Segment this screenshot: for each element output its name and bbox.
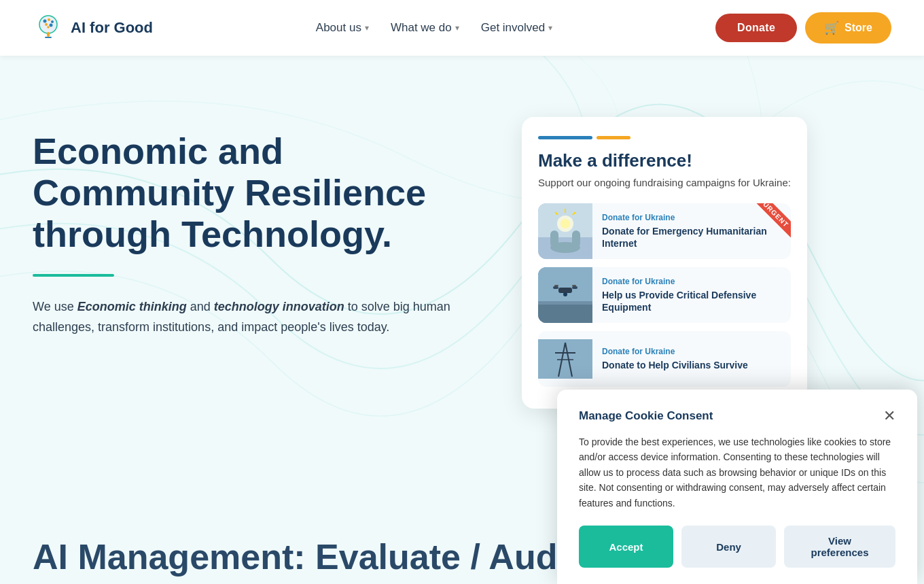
nav-get-involved[interactable]: Get involved ▾: [481, 21, 553, 35]
logo-icon: [33, 12, 64, 44]
svg-point-3: [51, 20, 54, 23]
svg-rect-8: [45, 37, 52, 38]
nav-actions: Donate 🛒 Store: [715, 12, 891, 44]
hero-divider: [33, 274, 114, 277]
campaign-thumb-2: [538, 267, 592, 323]
urgent-ribbon: URGENT: [750, 203, 791, 244]
navbar: AI for Good About us ▾ What we do ▾ Get …: [0, 0, 924, 56]
svg-rect-21: [538, 305, 592, 323]
bar-blue: [538, 136, 592, 139]
campaign-thumb-3: [538, 339, 592, 379]
svg-point-4: [45, 23, 48, 26]
cookie-actions: Accept Deny View preferences: [579, 526, 895, 568]
svg-rect-12: [550, 230, 558, 247]
store-button[interactable]: 🛒 Store: [805, 12, 891, 44]
cookie-body: To provide the best experiences, we use …: [579, 434, 895, 511]
donate-button[interactable]: Donate: [715, 14, 797, 42]
svg-point-6: [47, 26, 50, 29]
svg-point-2: [48, 18, 50, 21]
logo-text: AI for Good: [71, 19, 153, 37]
svg-rect-22: [558, 288, 572, 293]
chevron-down-icon: ▾: [455, 23, 459, 33]
campaign-card-2[interactable]: Donate for Ukraine Help us Provide Criti…: [538, 267, 791, 323]
panel-bars: [538, 136, 791, 139]
accept-button[interactable]: Accept: [579, 526, 673, 568]
view-preferences-button[interactable]: View preferences: [784, 526, 895, 568]
panel-title: Make a difference!: [538, 150, 791, 171]
nav-links: About us ▾ What we do ▾ Get involved ▾: [316, 21, 552, 35]
store-icon: 🛒: [824, 20, 839, 35]
logo[interactable]: AI for Good: [33, 12, 153, 44]
campaign-title-2: Help us Provide Critical Defensive Equip…: [602, 289, 781, 313]
campaign-info-2: Donate for Ukraine Help us Provide Criti…: [592, 270, 791, 320]
side-panel: Make a difference! Support our ongoing f…: [522, 117, 807, 409]
campaign-card-1[interactable]: Donate for Ukraine Donate for Emergency …: [538, 203, 791, 259]
bar-yellow: [597, 136, 630, 139]
deny-button[interactable]: Deny: [681, 526, 776, 568]
svg-rect-7: [47, 32, 50, 37]
svg-rect-23: [553, 286, 558, 289]
cookie-title: Manage Cookie Consent: [579, 409, 713, 423]
hero-body: We use Economic thinking and technology …: [33, 297, 495, 337]
svg-point-1: [43, 20, 47, 23]
nav-what-we-do[interactable]: What we do ▾: [391, 21, 459, 35]
campaign-label-2: Donate for Ukraine: [602, 277, 781, 286]
svg-rect-26: [572, 285, 576, 286]
campaign-card-3[interactable]: Donate for Ukraine Donate to Help Civili…: [538, 331, 791, 387]
svg-rect-13: [572, 230, 580, 247]
campaign-label-3: Donate for Ukraine: [602, 347, 781, 356]
cookie-close-button[interactable]: ✕: [883, 409, 895, 424]
svg-rect-24: [572, 286, 578, 289]
svg-point-27: [563, 292, 567, 296]
campaign-info-3: Donate for Ukraine Donate to Help Civili…: [592, 340, 791, 378]
hero-heading: Economic and Community Resilience throug…: [33, 131, 495, 255]
svg-rect-25: [554, 285, 558, 286]
nav-about[interactable]: About us ▾: [316, 21, 369, 35]
hero-section: Economic and Community Resilience throug…: [33, 117, 495, 337]
campaign-thumb-1: [538, 203, 592, 259]
svg-point-5: [50, 24, 53, 27]
panel-subtitle: Support our ongoing fundraising campaign…: [538, 177, 791, 188]
svg-point-15: [561, 219, 570, 228]
chevron-down-icon: ▾: [365, 23, 369, 33]
urgent-badge: URGENT: [753, 203, 791, 238]
chevron-down-icon: ▾: [548, 23, 552, 33]
campaign-title-3: Donate to Help Civilians Survive: [602, 359, 781, 371]
bottom-heading: AI Management: Evaluate / Audit: [33, 536, 579, 577]
svg-point-0: [39, 16, 57, 33]
cookie-header: Manage Cookie Consent ✕: [579, 409, 895, 424]
cookie-modal: Manage Cookie Consent ✕ To provide the b…: [557, 390, 917, 584]
